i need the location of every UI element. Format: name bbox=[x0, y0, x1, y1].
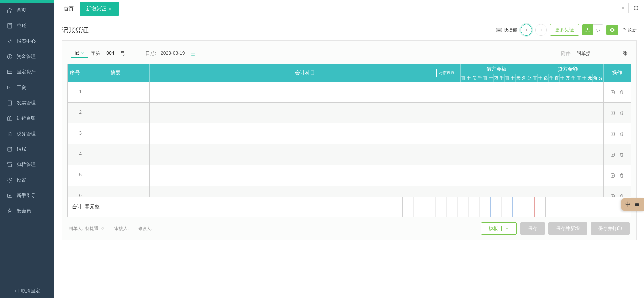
delete-row-icon[interactable] bbox=[619, 110, 624, 116]
row-seq: 3 bbox=[68, 123, 82, 144]
table-body: 1 2 3 4 bbox=[68, 82, 631, 197]
sidebar-item-label: 总账 bbox=[17, 23, 26, 29]
attachment-label: 附件 bbox=[561, 51, 571, 57]
delete-row-icon[interactable] bbox=[619, 152, 624, 157]
fullscreen-icon[interactable] bbox=[631, 3, 641, 13]
row-ops bbox=[604, 103, 631, 123]
summary-input[interactable] bbox=[83, 104, 148, 122]
add-row-icon[interactable] bbox=[610, 173, 615, 178]
edit-icon[interactable] bbox=[100, 226, 105, 232]
ledger-icon bbox=[7, 23, 13, 29]
debit-cell[interactable] bbox=[460, 103, 532, 123]
subject-cell[interactable] bbox=[150, 186, 460, 197]
credit-cell[interactable] bbox=[532, 186, 604, 197]
th-summary: 摘要 bbox=[82, 64, 150, 82]
debit-cell[interactable] bbox=[460, 82, 532, 102]
credit-cell[interactable] bbox=[532, 82, 604, 102]
subject-cell[interactable] bbox=[150, 103, 460, 123]
summary-input[interactable] bbox=[83, 146, 148, 163]
delete-row-icon[interactable] bbox=[619, 131, 624, 137]
summary-input[interactable] bbox=[83, 125, 148, 143]
save-print-button[interactable]: 保存并打印 bbox=[591, 222, 630, 235]
prev-voucher-button[interactable] bbox=[521, 24, 532, 36]
shortcut-keys[interactable]: 快捷键 bbox=[496, 27, 517, 33]
subject-cell[interactable] bbox=[150, 165, 460, 186]
size-toggle: 大 小 bbox=[582, 24, 603, 35]
habit-settings-button[interactable]: 习惯设置 bbox=[436, 69, 457, 77]
sidebar-item-report[interactable]: 报表中心 bbox=[0, 34, 54, 49]
summary-input[interactable] bbox=[83, 166, 148, 184]
add-row-icon[interactable] bbox=[610, 90, 615, 95]
calendar-icon[interactable] bbox=[190, 51, 196, 56]
size-large[interactable]: 大 bbox=[582, 24, 593, 35]
credit-cell[interactable] bbox=[532, 103, 604, 123]
subject-cell[interactable] bbox=[150, 144, 460, 165]
creator-value: 畅捷通 bbox=[85, 226, 98, 232]
sidebar-item-label: 发票管理 bbox=[17, 100, 36, 106]
table-row: 2 bbox=[68, 103, 631, 123]
summary-input[interactable] bbox=[83, 187, 148, 197]
refresh-button[interactable]: 刷新 bbox=[622, 27, 637, 33]
sidebar-item-home[interactable]: 首页 bbox=[0, 3, 54, 18]
close-all-icon[interactable] bbox=[618, 3, 629, 13]
voucher-date-input[interactable]: 2023-03-19 bbox=[159, 50, 186, 57]
voucher-footer: 制单人: 畅捷通 审核人: 修改人: 模板 保存 保存并新增 保存并打印 bbox=[67, 217, 631, 235]
th-ops: 操作 bbox=[604, 64, 631, 82]
reviewer-label: 审核人: bbox=[114, 226, 129, 232]
credit-cell[interactable] bbox=[532, 144, 604, 165]
sidebar-item-salary[interactable]: 工资 bbox=[0, 80, 54, 95]
sidebar-item-ledger[interactable]: 总账 bbox=[0, 18, 54, 34]
sheets-input[interactable] bbox=[597, 51, 617, 56]
delete-row-icon[interactable] bbox=[619, 173, 624, 178]
more-vouchers-button[interactable]: 更多凭证 bbox=[550, 24, 579, 36]
debit-cell[interactable] bbox=[460, 144, 532, 165]
sidebar-unpin[interactable]: 取消固定 bbox=[0, 284, 54, 298]
summary-input[interactable] bbox=[83, 83, 148, 101]
delete-row-icon[interactable] bbox=[619, 194, 624, 197]
save-new-button[interactable]: 保存并新增 bbox=[548, 222, 587, 235]
inventory-icon bbox=[7, 115, 13, 121]
sidebar-item-inventory[interactable]: 进销台账 bbox=[0, 111, 54, 126]
sidebar-item-invoice[interactable]: 发票管理 bbox=[0, 95, 54, 111]
debit-cell[interactable] bbox=[460, 186, 532, 197]
sidebar-item-label: 进销台账 bbox=[17, 115, 36, 121]
sidebar-item-archive[interactable]: 归档管理 bbox=[0, 157, 54, 172]
sidebar-item-close[interactable]: 结账 bbox=[0, 142, 54, 157]
credit-cell[interactable] bbox=[532, 165, 604, 186]
tab-new-voucher[interactable]: 新增凭证 bbox=[80, 2, 119, 16]
voucher-number-input[interactable]: 004 bbox=[104, 50, 117, 57]
voucher-number-suffix: 号 bbox=[120, 51, 125, 57]
voucher-panel: 记 字第 004 号 日期: 2023-03-19 附件 附单据 bbox=[62, 40, 637, 240]
close-icon[interactable] bbox=[108, 7, 113, 11]
svg-rect-7 bbox=[8, 147, 12, 151]
sidebar-item-guide[interactable]: 新手引导 bbox=[0, 188, 54, 203]
add-row-icon[interactable] bbox=[610, 152, 615, 157]
tab-home[interactable]: 首页 bbox=[58, 2, 80, 16]
sidebar-item-fund[interactable]: 资金管理 bbox=[0, 49, 54, 64]
save-button[interactable]: 保存 bbox=[520, 222, 545, 235]
sidebar-item-asset[interactable]: 固定资产 bbox=[0, 64, 54, 80]
add-row-icon[interactable] bbox=[610, 110, 615, 116]
subject-cell[interactable] bbox=[150, 123, 460, 144]
summary-cell bbox=[82, 123, 150, 144]
row-ops bbox=[604, 144, 631, 165]
subject-cell[interactable] bbox=[150, 82, 460, 102]
debit-cell[interactable] bbox=[460, 123, 532, 144]
sidebar-item-tax[interactable]: 税务管理 bbox=[0, 126, 54, 142]
next-voucher-button[interactable] bbox=[535, 24, 547, 36]
sidebar-item-settings[interactable]: 设置 bbox=[0, 172, 54, 188]
summary-cell bbox=[82, 103, 150, 123]
delete-row-icon[interactable] bbox=[619, 90, 624, 95]
size-small[interactable]: 小 bbox=[593, 24, 603, 35]
template-button[interactable]: 模板 bbox=[481, 222, 517, 235]
member-icon bbox=[7, 208, 13, 214]
add-row-icon[interactable] bbox=[610, 194, 615, 197]
add-row-icon[interactable] bbox=[610, 131, 615, 137]
voucher-type-select[interactable]: 记 bbox=[71, 49, 88, 58]
debit-cell[interactable] bbox=[460, 165, 532, 186]
table-header: 序号 摘要 会计科目 习惯设置 借方金额 百十亿千百十万千百十元角分 贷方金额 … bbox=[68, 64, 631, 82]
ime-indicator[interactable]: 中 bbox=[621, 198, 644, 211]
credit-cell[interactable] bbox=[532, 123, 604, 144]
sidebar-item-member[interactable]: 畅会员 bbox=[0, 203, 54, 219]
preview-button[interactable] bbox=[606, 25, 618, 35]
